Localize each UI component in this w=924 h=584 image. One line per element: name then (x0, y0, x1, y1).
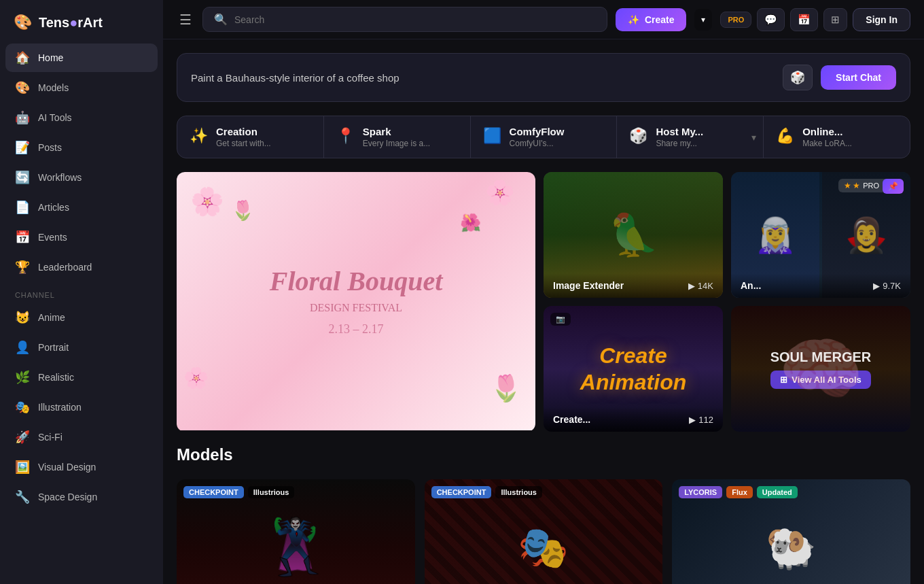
pro-badge[interactable]: PRO (720, 12, 751, 28)
ai-tools-icon: 🤖 (15, 110, 30, 125)
star-1: ★ (844, 181, 851, 190)
model-card-3-tags: LYCORIS Flux Updated (679, 486, 798, 498)
discord-button[interactable]: 💬 (757, 8, 785, 31)
sidebar-item-sci-fi[interactable]: 🚀 Sci-Fi (5, 423, 158, 451)
online-icon: 💪 (776, 127, 794, 145)
anime-count: ▶ 9.7K (873, 281, 901, 291)
play-icon-1: ▶ (688, 281, 695, 291)
models-grid: 🦹 CHECKPOINT Illustrious 🎭 CHECKPOINT Il… (177, 479, 910, 584)
tab-comfyflow[interactable]: 🟦 ComfyFlow ComfyUI's... (471, 116, 618, 158)
posts-icon: 📝 (15, 140, 30, 155)
anime-icon: 😺 (15, 310, 30, 325)
sidebar-item-anime[interactable]: 😺 Anime (5, 303, 158, 332)
tab-spark[interactable]: 📍 Spark Every Image is a... (324, 116, 471, 158)
online-title: Online... (802, 126, 852, 137)
sidebar-item-articles[interactable]: 📄 Articles (5, 193, 158, 222)
sidebar-item-illustration[interactable]: 🎭 Illustration (5, 393, 158, 422)
sidebar-item-posts[interactable]: 📝 Posts (5, 133, 158, 162)
camera-icon: 📷 (556, 315, 565, 324)
sidebar-item-realistic[interactable]: 🌿 Realistic (5, 363, 158, 392)
model-card-2[interactable]: 🎭 CHECKPOINT Illustrious (425, 479, 663, 584)
host-my-icon: 🎲 (629, 127, 647, 145)
sidebar-item-visual-design[interactable]: 🖼️ Visual Design (5, 453, 158, 481)
leaderboard-icon: 🏆 (15, 260, 30, 275)
model-card-1-tags: CHECKPOINT Illustrious (183, 486, 294, 498)
model-tag-flux: Flux (726, 486, 753, 498)
image-extender-label: Image Extender (553, 280, 624, 291)
sidebar-item-workflows[interactable]: 🔄 Workflows (5, 163, 158, 192)
anime-char-1: 🧝‍♀️ (754, 216, 796, 255)
model-card-1[interactable]: 🦹 CHECKPOINT Illustrious (177, 479, 415, 584)
host-my-sub: Share my... (656, 139, 703, 148)
logo: 🎨 Tens●rArt (5, 8, 158, 42)
floral-title: Floral Bouquet (270, 267, 443, 296)
gallery-item-anime-girls[interactable]: 🧝‍♀️ 🧛‍♀️ ★ ★ PRO ★ ★ (731, 172, 910, 298)
sidebar-item-space-design[interactable]: 🔧 Space Design (5, 483, 158, 511)
models-icon: 🎨 (15, 80, 30, 95)
sidebar-item-models[interactable]: 🎨 Models (5, 73, 158, 102)
comfyflow-title: ComfyFlow (510, 126, 565, 137)
creation-title: Creation (216, 126, 271, 137)
play-icon-3: ▶ (689, 415, 696, 425)
host-my-title: Host My... (656, 126, 703, 137)
home-icon: 🏠 (15, 50, 30, 65)
sidebar-item-visual-design-label: Visual Design (38, 462, 96, 473)
pro-stars: ★ ★ (844, 181, 860, 190)
create-button[interactable]: ✨ Create (616, 8, 687, 31)
search-input[interactable] (234, 14, 596, 25)
sidebar-item-home-label: Home (38, 52, 63, 63)
brain-deco: 🧠 (779, 329, 864, 409)
sidebar-item-leaderboard[interactable]: 🏆 Leaderboard (5, 253, 158, 281)
sidebar-item-events[interactable]: 📅 Events (5, 223, 158, 252)
gallery-item-create-animation[interactable]: CreateAnimation Create... ▶ 112 📷 (544, 306, 723, 432)
content-area: Paint a Bauhaus-style interior of a coff… (163, 39, 924, 584)
topbar: ☰ 🔍 ✨ Create ▾ PRO 💬 📅 ⊞ Sign In (163, 0, 924, 39)
creation-sub: Get start with... (216, 139, 271, 148)
create-label: Create (645, 14, 675, 25)
expand-icon: ▾ (751, 132, 756, 143)
spark-icon: 📍 (336, 127, 355, 145)
floral-date: 2.13 – 2.17 (270, 322, 443, 337)
sign-in-button[interactable]: Sign In (853, 8, 910, 31)
apps-button[interactable]: ⊞ (823, 8, 847, 31)
logo-text: Tens●rArt (39, 15, 103, 31)
spark-title: Spark (363, 126, 430, 137)
search-icon: 🔍 (214, 13, 228, 26)
flower-deco-4: 🌺 (460, 213, 481, 233)
create-anim-text: CreateAnimation (580, 343, 686, 395)
menu-button[interactable]: ☰ (177, 9, 194, 31)
model-tag-updated: Updated (757, 486, 798, 498)
prompt-actions: 🎲 Start Chat (783, 65, 896, 90)
create-anim-label: Create... (553, 414, 590, 425)
model-tag-checkpoint-1: CHECKPOINT (183, 486, 244, 498)
pro-label-gallery: PRO (863, 182, 879, 190)
articles-icon: 📄 (15, 200, 30, 215)
start-chat-button[interactable]: Start Chat (821, 65, 896, 90)
anime-char-2: 🧛‍♀️ (845, 216, 887, 255)
model-card-3[interactable]: 🐏 LYCORIS Flux Updated (672, 479, 910, 584)
gallery-item-view-all-tools[interactable]: 🧠 SOUL MERGER ⊞ View All AI Tools (731, 306, 910, 432)
models-section: Models (177, 445, 910, 466)
calendar-button[interactable]: 📅 (790, 8, 818, 31)
model-card-2-tags: CHECKPOINT Illustrious (431, 486, 542, 498)
floral-text: Floral Bouquet DESIGN FESTIVAL 2.13 – 2.… (270, 267, 443, 337)
tab-host-my[interactable]: 🎲 Host My... Share my... ▾ (617, 116, 764, 158)
gallery-item-jungle[interactable]: 🦜 Image Extender ▶ 14K (544, 172, 723, 298)
sidebar-item-models-label: Models (38, 82, 69, 93)
sidebar-item-ai-tools[interactable]: 🤖 AI Tools (5, 103, 158, 132)
model-tag-checkpoint-2: CHECKPOINT (431, 486, 492, 498)
create-chevron-button[interactable]: ▾ (694, 9, 712, 31)
tab-creation[interactable]: ✨ Creation Get start with... (177, 116, 324, 158)
gallery-item-main[interactable]: 🌸 🌷 🌸 🌺 🌸 🌷 Floral Bouquet DESIGN FESTIV… (177, 172, 535, 432)
dice-button[interactable]: 🎲 (783, 65, 813, 90)
create-icon: ✨ (628, 14, 639, 25)
sidebar-item-home[interactable]: 🏠 Home (5, 44, 158, 72)
sidebar-item-ai-tools-label: AI Tools (38, 112, 72, 123)
illustration-icon: 🎭 (15, 400, 30, 415)
soul-scene: 🧠 SOUL MERGER ⊞ View All AI Tools (731, 306, 910, 432)
sidebar-item-portrait-label: Portrait (38, 342, 69, 353)
comfyflow-sub: ComfyUI's... (510, 139, 565, 148)
tab-online[interactable]: 💪 Online... Make LoRA... (764, 116, 910, 158)
flower-deco-3: 🌸 (485, 179, 515, 207)
sidebar-item-portrait[interactable]: 👤 Portrait (5, 333, 158, 362)
